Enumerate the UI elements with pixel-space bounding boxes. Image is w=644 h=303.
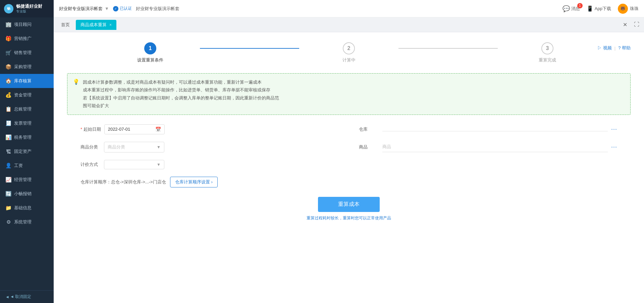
sidebar-title: 畅捷通好业财 [16, 4, 42, 9]
close-window-button[interactable]: ✕ [621, 21, 629, 29]
system-icon: ⚙ [5, 219, 11, 225]
topbar: 好业财专业版演示帐套 ▼ ✓ 已认证 好业财专业版演示帐套 💬 消息 1 📱 A… [54, 0, 644, 17]
sidebar-logo: 畅 [4, 4, 13, 13]
main-area: 好业财专业版演示帐套 ▼ ✓ 已认证 好业财专业版演示帐套 💬 消息 1 📱 A… [54, 0, 644, 303]
sidebar-item-sales[interactable]: 🛒 销售管理 [0, 46, 54, 60]
step-1: 1 设置重算条件 [101, 42, 200, 63]
app-download-button[interactable]: 📱 App下载 [587, 5, 611, 12]
chevron-right-icon: › [211, 179, 213, 184]
base-icon: 📁 [5, 205, 11, 211]
form-row-warehouse-order: 仓库计算顺序：总仓->深圳仓库->...->门店仓 仓库计算顺序设置 › [80, 177, 617, 187]
shield-icon: ✓ [113, 6, 118, 11]
sidebar-item-label: 总账管理 [14, 106, 32, 112]
maximize-window-button[interactable]: ⛶ [632, 21, 641, 29]
marketing-icon: 🎁 [5, 36, 11, 42]
expense-icon: 🔄 [5, 191, 11, 197]
user-avatar[interactable]: 🐻 珠珠 [618, 4, 639, 14]
steps-help-actions: ▷ 视频 | ? 帮助 [597, 45, 631, 51]
sidebar-item-invoice[interactable]: 🧾 发票管理 [0, 116, 54, 130]
sidebar-item-expense[interactable]: 🔄 小畅报销 [0, 187, 54, 201]
warehouse-label: 仓库 [359, 126, 379, 132]
step-line-2 [398, 48, 498, 49]
help-link[interactable]: ? 帮助 [618, 45, 631, 51]
warehouse-order-btn[interactable]: 仓库计算顺序设置 › [170, 177, 218, 187]
pricing-select[interactable]: ▼ [104, 160, 164, 169]
calendar-icon: 📅 [155, 127, 161, 132]
sidebar-item-tax[interactable]: 📊 税务管理 [0, 130, 54, 144]
sidebar-item-label: 采购管理 [14, 64, 32, 70]
sidebar-item-base[interactable]: 📁 基础信息 [0, 201, 54, 215]
sidebar-item-label: 税务管理 [14, 134, 32, 140]
sidebar-item-salary[interactable]: 👤 工资 [0, 159, 54, 173]
sidebar-item-label: 营销推广 [14, 36, 32, 42]
message-badge: 1 [577, 3, 583, 8]
goods-more-button[interactable]: ··· [611, 143, 617, 150]
sidebar-item-label: 基础信息 [14, 205, 32, 211]
tax-icon: 📊 [5, 134, 11, 140]
avatar: 🐻 [618, 4, 628, 14]
form-row-pricing: 计价方式 ▼ [80, 160, 617, 169]
finance-icon: 💰 [5, 92, 11, 98]
tab-home-label: 首页 [61, 22, 70, 28]
sidebar-nav: 🏢 项目顾问 🎁 营销推广 🛒 销售管理 📦 采购管理 🏠 库存核算 💰 资金管… [0, 17, 54, 290]
phone-icon: 📱 [587, 5, 593, 12]
category-select[interactable]: 商品分类 ▼ [104, 142, 164, 153]
category-placeholder: 商品分类 [108, 144, 154, 150]
topbar-actions: 💬 消息 1 📱 App下载 🐻 珠珠 [562, 4, 639, 14]
sidebar-item-system[interactable]: ⚙ 系统管理 [0, 215, 54, 229]
warehouse-more-button[interactable]: ··· [611, 126, 617, 133]
project-icon: 🏢 [5, 21, 11, 28]
goods-input-area: 商品 [382, 142, 608, 152]
category-label: 商品分类 [80, 144, 101, 150]
tab-recalculate[interactable]: 商品成本重算 × [76, 20, 116, 30]
sidebar-item-label: 经营管理 [14, 177, 32, 183]
sidebar-item-label: 系统管理 [14, 219, 32, 225]
sidebar-item-marketing[interactable]: 🎁 营销推广 [0, 32, 54, 46]
steps-wizard: 1 设置重算条件 2 计算中 3 重算完成 ▷ 视频 [67, 42, 631, 63]
account-selector[interactable]: 好业财专业版演示帐套 ▼ [59, 6, 109, 12]
recalculate-button[interactable]: 重算成本 [318, 197, 380, 212]
step-3-label: 重算完成 [539, 57, 556, 63]
warehouse-input-area [382, 127, 608, 131]
sidebar-item-inventory[interactable]: 🏠 库存核算 [0, 74, 54, 88]
account-name: 好业财专业版演示帐套 [59, 6, 103, 12]
assets-icon: 🏗 [5, 148, 11, 155]
form-field-start-date: 起始日期 2022-07-01 📅 [80, 124, 339, 134]
category-dropdown-icon: ▼ [157, 145, 161, 149]
pricing-dropdown-icon: ▼ [157, 162, 161, 167]
goods-label: 商品 [359, 144, 379, 150]
message-button[interactable]: 💬 消息 1 [562, 5, 580, 12]
sidebar-pin-toggle[interactable]: ◄ ◄ 取消固定 [0, 290, 54, 303]
tab-close-icon[interactable]: × [109, 23, 112, 27]
info-text: 因成本计算参数调整，或是对商品成本有疑问时，可以通过成本重算功能，重新计算一遍成… [83, 78, 279, 110]
sales-icon: 🛒 [5, 50, 11, 56]
video-link[interactable]: ▷ 视频 [597, 45, 612, 51]
start-date-input[interactable]: 2022-07-01 📅 [104, 124, 165, 134]
start-date-value: 2022-07-01 [108, 127, 153, 132]
sidebar-item-project[interactable]: 🏢 项目顾问 [0, 17, 54, 32]
tab-home[interactable]: 首页 [56, 20, 74, 30]
step-2: 2 计算中 [299, 42, 398, 63]
sidebar-item-label: 销售管理 [14, 50, 32, 56]
sidebar-item-label: 小畅报销 [14, 191, 32, 197]
sidebar-item-accounting[interactable]: 📋 总账管理 [0, 102, 54, 116]
info-bulb-icon: 💡 [73, 79, 79, 85]
form-row-1: 起始日期 2022-07-01 📅 仓库 ··· [80, 124, 617, 134]
operation-icon: 📈 [5, 177, 11, 183]
tabbar: 首页 商品成本重算 × ✕ ⛶ [54, 17, 644, 32]
warehouse-order-label: 仓库计算顺序：总仓->深圳仓库->...->门店仓 [80, 179, 166, 185]
step-2-label: 计算中 [342, 57, 356, 63]
invoice-icon: 🧾 [5, 120, 11, 126]
sidebar-item-operation[interactable]: 📈 经营管理 [0, 173, 54, 187]
sidebar-item-purchase[interactable]: 📦 采购管理 [0, 60, 54, 74]
pricing-label: 计价方式 [80, 162, 101, 168]
sidebar-item-finance[interactable]: 💰 资金管理 [0, 88, 54, 102]
step-3-circle: 3 [541, 42, 553, 54]
info-box: 💡 因成本计算参数调整，或是对商品成本有疑问时，可以通过成本重算功能，重新计算一… [67, 73, 631, 115]
sidebar-item-label: 发票管理 [14, 120, 32, 126]
content-area: 1 设置重算条件 2 计算中 3 重算完成 ▷ 视频 [54, 32, 644, 303]
step-3: 3 重算完成 [498, 42, 597, 63]
tab-controls: ✕ ⛶ [621, 21, 641, 29]
sidebar-item-label: 工资 [14, 163, 23, 169]
sidebar-item-assets[interactable]: 🏗 固定资产 [0, 144, 54, 159]
